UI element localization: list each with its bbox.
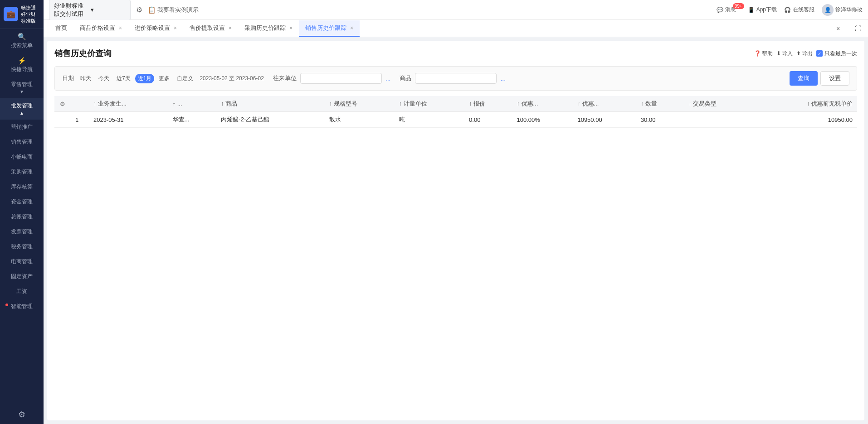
date-option-last1m[interactable]: 近1月: [135, 74, 155, 83]
demo-link[interactable]: 📋 我要看实例演示: [148, 6, 199, 14]
sidebar-item-search[interactable]: 🔍 搜索菜单: [0, 29, 44, 53]
sidebar-settings-button[interactable]: ⚙: [0, 405, 44, 424]
close-button[interactable]: ×: [828, 20, 848, 37]
col-discount-amt[interactable]: ↑ 优惠...: [573, 96, 636, 112]
date-option-more[interactable]: 更多: [156, 74, 172, 83]
col-pretax-price[interactable]: ↑ 优惠前无税单价: [754, 96, 857, 112]
col-date[interactable]: ↑ 业务发生...: [89, 96, 168, 112]
tab-home[interactable]: 首页: [49, 20, 73, 37]
tab-price[interactable]: 商品价格设置 ×: [73, 20, 128, 37]
topbar-settings-icon[interactable]: ⚙: [136, 5, 142, 14]
sidebar-item-xiaochangec[interactable]: 小畅电商: [0, 149, 44, 164]
sidebar-item-ecom[interactable]: 电商管理: [0, 254, 44, 269]
only-last-checkbox-label[interactable]: ✓ 只看最后一次: [816, 50, 857, 58]
date-option-custom[interactable]: 自定义: [174, 74, 196, 83]
col-unit[interactable]: ↑ 计量单位: [395, 96, 464, 112]
message-badge: 99+: [733, 3, 744, 9]
main-area: 好业财标准版交付试用 ▾ ⚙ 📋 我要看实例演示 💬 消息 99+ 📱 App下…: [44, 0, 868, 424]
demo-label: 我要看实例演示: [157, 6, 199, 14]
user-name-label: 徐泽华修改: [835, 6, 863, 14]
col-spec[interactable]: ↑ 规格型号: [325, 96, 395, 112]
message-button[interactable]: 💬 消息 99+: [717, 6, 741, 14]
tab-close-sale-extract[interactable]: ×: [229, 25, 232, 31]
date-option-yesterday[interactable]: 昨天: [78, 74, 94, 83]
tab-sale-history[interactable]: 销售历史价跟踪 ×: [299, 20, 360, 37]
query-button[interactable]: 查询: [790, 71, 818, 86]
sidebar-item-tax[interactable]: 税务管理: [0, 239, 44, 254]
tab-close-sale-history[interactable]: ×: [350, 25, 353, 31]
col-qty[interactable]: ↑ 数量: [636, 96, 684, 112]
date-option-last7[interactable]: 近7天: [114, 74, 133, 83]
col-trade-type[interactable]: ↑ 交易类型: [684, 96, 754, 112]
page-header: 销售历史价查询 ❓ 帮助 ⬇ 导入 ⬆ 导出 ✓ 只看最后一次: [54, 48, 857, 59]
help-link[interactable]: ❓ 帮助: [754, 50, 773, 58]
sidebar-item-sales[interactable]: 销售管理: [0, 135, 44, 149]
cell-unit: 吨: [395, 112, 464, 128]
date-label: 日期: [62, 74, 74, 82]
logo-text: 畅捷通好业财 标准版: [21, 5, 40, 24]
date-option-today[interactable]: 今天: [96, 74, 112, 83]
app-icon: 📱: [748, 7, 755, 13]
table-wrap: ⚙ ↑ 业务发生... ↑ ... ↑ 商品: [54, 96, 857, 128]
sidebar-item-salary[interactable]: 工资: [0, 284, 44, 299]
tab-purchase-history[interactable]: 采购历史价跟踪 ×: [238, 20, 299, 37]
cell-more: 华查...: [168, 112, 217, 128]
sidebar-item-fixed[interactable]: 固定资产: [0, 269, 44, 284]
col-product[interactable]: ↑ 商品: [216, 96, 324, 112]
only-last-checkbox[interactable]: ✓: [816, 50, 823, 57]
sidebar-item-wholesale[interactable]: 批发管理 ▲: [0, 98, 44, 120]
sidebar-item-smart[interactable]: 智能管理: [0, 299, 44, 314]
tab-close-purchase-strategy[interactable]: ×: [174, 25, 177, 31]
cell-qty: 30.00: [636, 112, 684, 128]
source-unit-label: 往来单位: [273, 74, 297, 82]
sidebar-item-marketing[interactable]: 营销推广: [0, 120, 44, 135]
quicknav-icon: ⚡: [2, 57, 42, 65]
source-unit-filter-group: 往来单位 ...: [273, 73, 391, 84]
cell-pretax-price: 10950.00: [754, 112, 857, 128]
cell-settings: [54, 112, 71, 128]
tab-close-purchase-history[interactable]: ×: [289, 25, 293, 31]
tab-close-price[interactable]: ×: [119, 25, 122, 31]
data-table: ⚙ ↑ 业务发生... ↑ ... ↑ 商品: [54, 96, 857, 128]
cell-discount-amt: 10950.00: [573, 112, 636, 128]
col-more[interactable]: ↑ ...: [168, 96, 217, 112]
sidebar-item-retail[interactable]: 零售管理 ▼: [0, 77, 44, 98]
tab-sale-extract[interactable]: 售价提取设置 ×: [183, 20, 238, 37]
col-price[interactable]: ↑ 报价: [464, 96, 512, 112]
user-menu[interactable]: 👤 徐泽华修改: [822, 4, 863, 16]
tab-purchase-strategy[interactable]: 进价策略设置 ×: [128, 20, 183, 37]
col-settings: ⚙: [54, 96, 71, 112]
export-link[interactable]: ⬆ 导出: [796, 50, 813, 58]
filter-buttons: 查询 设置: [790, 71, 849, 86]
col-num: [71, 96, 89, 112]
demo-icon: 📋: [148, 6, 156, 14]
cell-spec: 散水: [325, 112, 395, 128]
maximize-button[interactable]: ⛶: [848, 20, 868, 37]
cell-discount-pct: 100.00%: [512, 112, 573, 128]
date-range-text: 2023-05-02 至 2023-06-02: [200, 75, 263, 82]
product-selector[interactable]: 好业财标准版交付试用 ▾: [49, 0, 131, 20]
topbar-right: 💬 消息 99+ 📱 App下载 🎧 在线客服 👤 徐泽华修改: [717, 4, 863, 16]
table-header-row: ⚙ ↑ 业务发生... ↑ ... ↑ 商品: [54, 96, 857, 112]
help-icon: ❓: [754, 50, 761, 57]
sidebar-item-inventory[interactable]: 库存核算: [0, 179, 44, 194]
sidebar-item-account[interactable]: 总账管理: [0, 209, 44, 224]
sidebar-item-quicknav[interactable]: ⚡ 快捷导航: [0, 53, 44, 77]
sidebar-item-purchase[interactable]: 采购管理: [0, 164, 44, 179]
product-filter-group: 商品 ...: [400, 73, 506, 84]
app-download-button[interactable]: 📱 App下载: [748, 6, 777, 14]
table-gear-icon[interactable]: ⚙: [60, 101, 65, 107]
online-service-button[interactable]: 🎧 在线客服: [784, 6, 814, 14]
source-unit-input[interactable]: [300, 73, 382, 84]
product-dots[interactable]: ...: [500, 75, 506, 82]
product-input[interactable]: [415, 73, 497, 84]
import-icon: ⬇: [776, 50, 781, 57]
sidebar: 💼 畅捷通好业财 标准版 🔍 搜索菜单 ⚡ 快捷导航 零售管理 ▼ 批发管理 ▲…: [0, 0, 44, 424]
col-discount-pct[interactable]: ↑ 优惠...: [512, 96, 573, 112]
settings-button[interactable]: 设置: [820, 71, 849, 86]
source-unit-dots[interactable]: ...: [385, 75, 391, 82]
sidebar-item-finance[interactable]: 资金管理: [0, 194, 44, 209]
import-link[interactable]: ⬇ 导入: [776, 50, 793, 58]
filter-bar: 日期 昨天 今天 近7天 近1月 更多 自定义 2023-05-02 至 202…: [54, 66, 857, 91]
sidebar-item-invoice[interactable]: 发票管理: [0, 224, 44, 239]
